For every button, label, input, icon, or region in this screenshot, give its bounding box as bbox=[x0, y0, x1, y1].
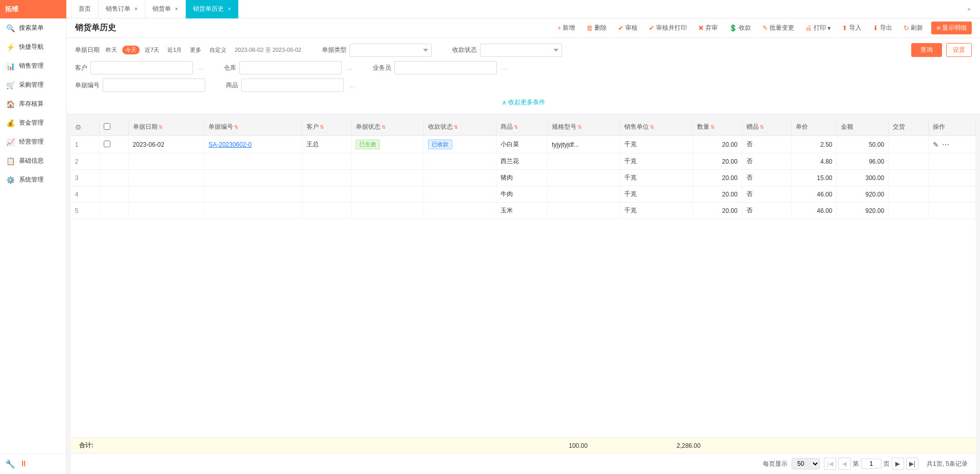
collect-button[interactable]: 💲 收款 bbox=[726, 22, 754, 34]
collapse-arrow: ∧ bbox=[502, 99, 507, 106]
sort-paymentstatus-icon[interactable]: ⇅ bbox=[454, 124, 458, 130]
first-page-btn[interactable]: |◀ bbox=[824, 458, 836, 470]
payment-status-select[interactable] bbox=[480, 44, 562, 57]
sort-spec-icon[interactable]: ⇅ bbox=[578, 124, 582, 130]
row-number: 2 bbox=[75, 158, 79, 165]
tab-sales-order[interactable]: 销售订单 × bbox=[99, 0, 145, 18]
sidebar-item-label: 采购管理 bbox=[19, 81, 44, 89]
sort-qty-icon[interactable]: ⇅ bbox=[710, 124, 715, 130]
tab-sales-order-close[interactable]: × bbox=[134, 6, 138, 12]
sort-docno-icon[interactable]: ⇅ bbox=[234, 124, 238, 130]
import-button[interactable]: ⬆ 导入 bbox=[839, 22, 864, 34]
sort-unit-icon[interactable]: ⇅ bbox=[650, 124, 654, 130]
sidebar-item-sales[interactable]: 📊 销售管理 bbox=[0, 56, 66, 75]
batch-change-button[interactable]: ✎ 批量变更 bbox=[759, 22, 797, 34]
row-checkbox[interactable] bbox=[104, 141, 110, 147]
docno-link[interactable]: SA-20230602-0 bbox=[208, 141, 252, 148]
cell-docstatus bbox=[351, 186, 424, 203]
customer-dots[interactable]: ... bbox=[198, 64, 203, 71]
sidebar-item-inventory[interactable]: 🏠 库存核算 bbox=[0, 94, 66, 113]
date-chip-1month[interactable]: 近1月 bbox=[164, 46, 185, 54]
prev-page-btn[interactable]: ◀ bbox=[838, 458, 851, 470]
edit-op-icon[interactable]: ✎ bbox=[933, 141, 939, 149]
date-chip-7days[interactable]: 近7天 bbox=[142, 46, 162, 54]
goods-dots[interactable]: ... bbox=[349, 82, 354, 89]
sidebar-item-shortcuts[interactable]: ⚡ 快捷导航 bbox=[0, 37, 66, 56]
sort-customer-icon[interactable]: ⇅ bbox=[320, 124, 324, 130]
cart-icon: 🛒 bbox=[6, 81, 15, 89]
tab-sales-history-close[interactable]: × bbox=[228, 6, 231, 12]
last-page-btn[interactable]: ▶| bbox=[906, 458, 918, 470]
settings-button[interactable]: 设置 bbox=[946, 43, 972, 57]
col-customer: 客户⇅ bbox=[302, 118, 351, 136]
col-gear[interactable]: ⚙ bbox=[71, 118, 100, 136]
cell-gift: 否 bbox=[742, 186, 791, 203]
show-detail-button[interactable]: ≡ 显示明细 bbox=[931, 22, 972, 34]
cell-checkbox bbox=[100, 136, 129, 153]
sidebar-item-finance[interactable]: 💰 资金管理 bbox=[0, 113, 66, 132]
delete-button[interactable]: 🗑 删除 bbox=[583, 22, 610, 34]
select-all-checkbox[interactable] bbox=[104, 123, 110, 130]
cell-gift: 否 bbox=[742, 203, 791, 219]
sidebar-item-management[interactable]: 📈 经营管理 bbox=[0, 132, 66, 151]
salesperson-input[interactable] bbox=[394, 61, 497, 74]
add-button[interactable]: + 新增 bbox=[554, 22, 579, 34]
audit-button[interactable]: ✔ 审核 bbox=[615, 22, 641, 34]
cell-ops bbox=[928, 203, 975, 219]
cell-delivery bbox=[889, 170, 928, 186]
cell-docstatus bbox=[351, 170, 424, 186]
sidebar-bottom-icon1[interactable]: 🔧 bbox=[5, 459, 15, 469]
warehouse-dots[interactable]: ... bbox=[347, 64, 352, 71]
doc-type-filter-group: 单据类型 bbox=[322, 44, 432, 57]
sort-gift-icon[interactable]: ⇅ bbox=[760, 124, 764, 130]
audit-print-button[interactable]: ✔ 审核并打印 bbox=[646, 22, 690, 34]
tab-sales-invoice[interactable]: 销货单 × bbox=[145, 0, 186, 18]
goods-input[interactable] bbox=[241, 78, 344, 92]
customer-label: 客户 bbox=[75, 64, 87, 72]
cell-docno bbox=[204, 186, 302, 203]
tab-sales-invoice-close[interactable]: × bbox=[175, 6, 178, 12]
col-spec: 规格型号⇅ bbox=[548, 118, 620, 136]
sort-goods-icon[interactable]: ⇅ bbox=[514, 124, 518, 130]
close-all-tabs[interactable]: × bbox=[963, 6, 976, 12]
cell-spec: tyjyjtyjdf... bbox=[548, 136, 620, 153]
sidebar-item-label: 快捷导航 bbox=[19, 43, 44, 51]
export-button[interactable]: ⬇ 导出 bbox=[870, 22, 895, 34]
next-page-btn[interactable]: ▶ bbox=[892, 458, 904, 470]
date-chip-today[interactable]: 今天 bbox=[122, 46, 140, 54]
docno-input[interactable] bbox=[103, 78, 205, 92]
warehouse-input[interactable] bbox=[239, 61, 342, 74]
customer-input[interactable] bbox=[90, 61, 193, 74]
per-page-select[interactable]: 50 100 bbox=[792, 458, 820, 469]
sort-date-icon[interactable]: ⇅ bbox=[159, 124, 163, 130]
sidebar-item-search[interactable]: 🔍 搜索菜单 bbox=[0, 18, 66, 37]
salesperson-dots[interactable]: ... bbox=[502, 64, 507, 71]
page-num-input[interactable] bbox=[861, 459, 881, 469]
cancel-audit-button[interactable]: ✖ 弃审 bbox=[695, 22, 721, 34]
sidebar-item-base-info[interactable]: 📋 基础信息 bbox=[0, 151, 66, 170]
query-button[interactable]: 查询 bbox=[911, 43, 942, 57]
sidebar-bottom-icon2[interactable]: ⏸ bbox=[20, 459, 28, 469]
cell-date bbox=[128, 186, 204, 203]
col-operation: 操作 bbox=[928, 118, 975, 136]
sidebar-item-system[interactable]: ⚙️ 系统管理 bbox=[0, 170, 66, 189]
tab-home[interactable]: 首页 bbox=[71, 0, 99, 18]
date-chip-yesterday[interactable]: 昨天 bbox=[103, 46, 120, 54]
more-op-icon[interactable]: ⋯ bbox=[942, 141, 949, 149]
print-button[interactable]: 🖨 打印 ▾ bbox=[802, 22, 834, 34]
cell-customer bbox=[302, 186, 351, 203]
gear-column-icon[interactable]: ⚙ bbox=[75, 123, 82, 131]
date-chip-more[interactable]: 更多 bbox=[187, 46, 204, 54]
date-chip-custom[interactable]: 自定义 bbox=[206, 46, 229, 54]
collapse-button[interactable]: ∧ 收起更多条件 bbox=[75, 96, 972, 109]
sidebar-item-purchase[interactable]: 🛒 采购管理 bbox=[0, 75, 66, 94]
import-icon: ⬆ bbox=[842, 24, 848, 32]
collapse-label: 收起更多条件 bbox=[508, 98, 545, 107]
cell-qty: 20.00 bbox=[693, 203, 742, 219]
refresh-button[interactable]: ↻ 刷新 bbox=[900, 22, 926, 34]
tab-sales-history[interactable]: 销货单历史 × bbox=[186, 0, 239, 18]
detail-icon: ≡ bbox=[936, 24, 940, 32]
sort-docstatus-icon[interactable]: ⇅ bbox=[381, 124, 386, 130]
doc-type-select[interactable] bbox=[350, 44, 432, 57]
audit-icon: ✔ bbox=[618, 24, 624, 32]
